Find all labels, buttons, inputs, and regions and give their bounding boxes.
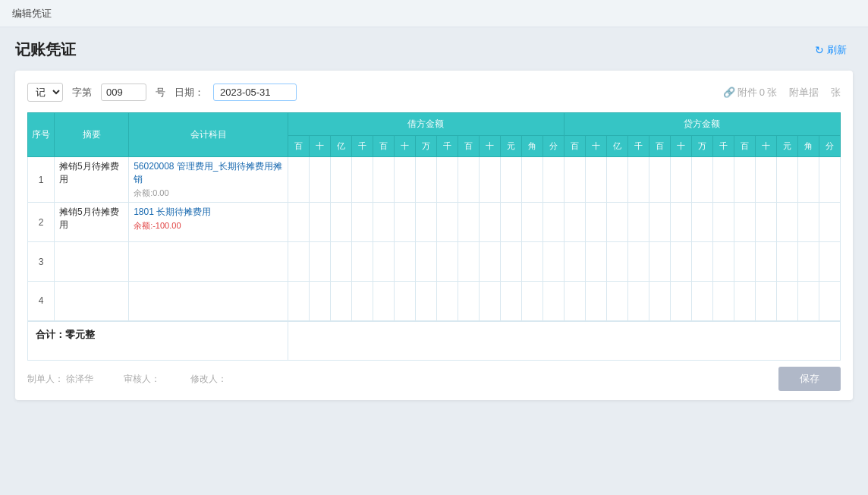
amount-cell-0-23[interactable] [776, 157, 797, 203]
amount-cell-3-19[interactable] [691, 282, 712, 321]
amount-cell-0-4[interactable] [373, 157, 394, 203]
amount-cell-1-8[interactable] [458, 203, 479, 242]
amount-cell-3-8[interactable] [458, 282, 479, 321]
amount-cell-1-14[interactable] [585, 203, 606, 242]
amount-cell-1-21[interactable] [734, 203, 755, 242]
amount-cell-0-17[interactable] [649, 157, 670, 203]
amount-cell-2-12[interactable] [542, 242, 564, 282]
amount-cell-3-1[interactable] [309, 282, 330, 321]
amount-cell-3-2[interactable] [330, 282, 351, 321]
amount-cell-2-6[interactable] [415, 242, 436, 282]
amount-cell-3-22[interactable] [755, 282, 776, 321]
amount-cell-1-7[interactable] [436, 203, 458, 242]
amount-cell-2-7[interactable] [436, 242, 458, 282]
amount-cell-2-17[interactable] [649, 242, 670, 282]
amount-cell-0-0[interactable] [288, 157, 309, 203]
amount-cell-3-17[interactable] [649, 282, 670, 321]
amount-cell-1-22[interactable] [755, 203, 776, 242]
amount-cell-2-15[interactable] [606, 242, 627, 282]
amount-cell-3-13[interactable] [564, 282, 585, 321]
amount-cell-0-1[interactable] [309, 157, 330, 203]
amount-cell-0-8[interactable] [458, 157, 479, 203]
amount-cell-2-2[interactable] [330, 242, 351, 282]
amount-cell-3-9[interactable] [479, 282, 500, 321]
fj-button[interactable]: 附单据 [789, 86, 819, 99]
amount-cell-1-2[interactable] [330, 203, 351, 242]
amount-cell-2-9[interactable] [479, 242, 500, 282]
amount-cell-2-25[interactable] [819, 242, 840, 282]
amount-cell-2-10[interactable] [500, 242, 521, 282]
amount-cell-3-7[interactable] [436, 282, 458, 321]
amount-cell-0-14[interactable] [585, 157, 606, 203]
attachment-link[interactable]: 🔗 附件 0 张 [723, 86, 777, 99]
amount-cell-2-13[interactable] [564, 242, 585, 282]
amount-cell-0-12[interactable] [542, 157, 564, 203]
amount-cell-1-20[interactable] [712, 203, 734, 242]
amount-cell-2-14[interactable] [585, 242, 606, 282]
amount-cell-2-23[interactable] [776, 242, 797, 282]
amount-cell-1-3[interactable] [351, 203, 373, 242]
amount-cell-3-21[interactable] [734, 282, 755, 321]
amount-cell-1-0[interactable] [288, 203, 309, 242]
amount-cell-3-3[interactable] [351, 282, 373, 321]
amount-cell-1-23[interactable] [776, 203, 797, 242]
amount-cell-2-11[interactable] [521, 242, 542, 282]
account-2[interactable] [129, 242, 288, 282]
amount-cell-3-20[interactable] [712, 282, 734, 321]
amount-cell-2-24[interactable] [797, 242, 819, 282]
amount-cell-1-9[interactable] [479, 203, 500, 242]
amount-cell-0-13[interactable] [564, 157, 585, 203]
amount-cell-3-5[interactable] [394, 282, 415, 321]
amount-cell-3-23[interactable] [776, 282, 797, 321]
amount-cell-3-0[interactable] [288, 282, 309, 321]
account-1[interactable]: 1801 长期待摊费用余额:-100.00 [129, 203, 288, 242]
amount-cell-1-1[interactable] [309, 203, 330, 242]
amount-cell-0-20[interactable] [712, 157, 734, 203]
amount-cell-3-16[interactable] [627, 282, 649, 321]
amount-cell-2-22[interactable] [755, 242, 776, 282]
amount-cell-1-4[interactable] [373, 203, 394, 242]
amount-cell-2-0[interactable] [288, 242, 309, 282]
amount-cell-0-18[interactable] [670, 157, 691, 203]
summary-0[interactable]: 摊销5月待摊费用 [55, 157, 129, 203]
amount-cell-1-12[interactable] [542, 203, 564, 242]
amount-cell-2-16[interactable] [627, 242, 649, 282]
amount-cell-1-5[interactable] [394, 203, 415, 242]
amount-cell-0-3[interactable] [351, 157, 373, 203]
amount-cell-0-15[interactable] [606, 157, 627, 203]
amount-cell-3-14[interactable] [585, 282, 606, 321]
amount-cell-3-24[interactable] [797, 282, 819, 321]
account-0[interactable]: 56020008 管理费用_长期待摊费用摊销余额:0.00 [129, 157, 288, 203]
amount-cell-0-24[interactable] [797, 157, 819, 203]
amount-cell-1-19[interactable] [691, 203, 712, 242]
amount-cell-0-25[interactable] [819, 157, 840, 203]
summary-3[interactable] [55, 282, 129, 321]
save-button[interactable]: 保存 [778, 367, 841, 391]
amount-cell-0-2[interactable] [330, 157, 351, 203]
amount-cell-2-8[interactable] [458, 242, 479, 282]
amount-cell-3-11[interactable] [521, 282, 542, 321]
amount-cell-0-9[interactable] [479, 157, 500, 203]
amount-cell-0-11[interactable] [521, 157, 542, 203]
amount-cell-1-10[interactable] [500, 203, 521, 242]
amount-cell-0-5[interactable] [394, 157, 415, 203]
type-select[interactable]: 记 [27, 83, 63, 102]
amount-cell-1-13[interactable] [564, 203, 585, 242]
amount-cell-3-18[interactable] [670, 282, 691, 321]
amount-cell-1-17[interactable] [649, 203, 670, 242]
amount-cell-1-11[interactable] [521, 203, 542, 242]
amount-cell-1-24[interactable] [797, 203, 819, 242]
refresh-button[interactable]: ↻ 刷新 [809, 40, 853, 60]
amount-cell-2-19[interactable] [691, 242, 712, 282]
amount-cell-1-15[interactable] [606, 203, 627, 242]
amount-cell-3-10[interactable] [500, 282, 521, 321]
amount-cell-3-4[interactable] [373, 282, 394, 321]
amount-cell-0-21[interactable] [734, 157, 755, 203]
amount-cell-0-6[interactable] [415, 157, 436, 203]
amount-cell-2-5[interactable] [394, 242, 415, 282]
amount-cell-0-22[interactable] [755, 157, 776, 203]
summary-1[interactable]: 摊销5月待摊费用 [55, 203, 129, 242]
amount-cell-3-25[interactable] [819, 282, 840, 321]
amount-cell-0-10[interactable] [500, 157, 521, 203]
amount-cell-2-3[interactable] [351, 242, 373, 282]
